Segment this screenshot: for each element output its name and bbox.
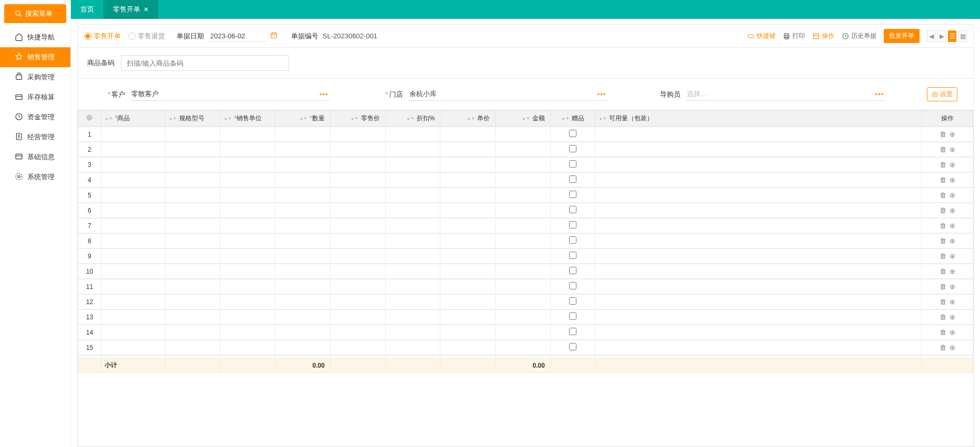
print-link[interactable]: 打印 bbox=[783, 32, 805, 40]
radio-retail-order[interactable]: 零售开单 bbox=[84, 32, 121, 41]
cell-gift[interactable] bbox=[550, 325, 595, 340]
cell-retail-price[interactable] bbox=[330, 295, 385, 309]
cell-gift[interactable] bbox=[550, 219, 595, 233]
cell-gift[interactable] bbox=[550, 249, 595, 264]
delete-row-icon[interactable]: 🗑 bbox=[940, 298, 946, 306]
cell-discount[interactable] bbox=[385, 264, 440, 279]
cell-discount[interactable] bbox=[385, 188, 440, 203]
cell-retail-price[interactable] bbox=[330, 219, 385, 233]
add-row-icon[interactable]: ⊕ bbox=[950, 191, 955, 199]
cell-amount[interactable] bbox=[496, 295, 551, 309]
cell-unit[interactable] bbox=[220, 249, 275, 264]
th-gear[interactable] bbox=[78, 111, 101, 127]
gift-checkbox[interactable] bbox=[569, 206, 576, 213]
cell-spec[interactable] bbox=[165, 142, 220, 157]
delete-row-icon[interactable]: 🗑 bbox=[940, 161, 946, 169]
sidebar-item-0[interactable]: 快捷导航 bbox=[0, 27, 70, 47]
cell-product[interactable] bbox=[101, 203, 165, 218]
cell-gift[interactable] bbox=[550, 310, 595, 325]
cell-qty[interactable] bbox=[275, 158, 331, 172]
table-row[interactable]: 12🗑⊕ bbox=[78, 294, 973, 309]
cell-discount[interactable] bbox=[385, 142, 440, 157]
cell-spec[interactable] bbox=[165, 188, 220, 203]
cell-unit[interactable] bbox=[220, 188, 275, 203]
cell-unit[interactable] bbox=[220, 279, 275, 294]
cell-qty[interactable] bbox=[275, 219, 331, 233]
cell-discount[interactable] bbox=[385, 203, 440, 218]
add-row-icon[interactable]: ⊕ bbox=[950, 313, 955, 321]
cell-unit-price[interactable] bbox=[440, 142, 496, 157]
cell-gift[interactable] bbox=[550, 264, 595, 279]
cell-unit[interactable] bbox=[220, 264, 275, 279]
cell-retail-price[interactable] bbox=[330, 173, 385, 188]
settings-button[interactable]: 设置 bbox=[927, 87, 957, 101]
cell-spec[interactable] bbox=[165, 295, 220, 309]
table-row[interactable]: 2🗑⊕ bbox=[78, 142, 973, 157]
customer-more-icon[interactable]: ••• bbox=[319, 90, 328, 98]
th-available[interactable]: ▲▼可用量（包装） bbox=[595, 111, 922, 127]
cell-amount[interactable] bbox=[496, 219, 551, 233]
gift-checkbox[interactable] bbox=[569, 221, 576, 228]
cell-unit[interactable] bbox=[220, 142, 275, 157]
guide-more-icon[interactable]: ••• bbox=[875, 90, 884, 98]
cell-amount[interactable] bbox=[496, 173, 551, 188]
delete-row-icon[interactable]: 🗑 bbox=[940, 191, 946, 199]
table-row[interactable]: 5🗑⊕ bbox=[78, 188, 973, 203]
search-menu-button[interactable]: 搜索菜单 bbox=[4, 4, 66, 23]
cell-retail-price[interactable] bbox=[330, 142, 385, 157]
cell-gift[interactable] bbox=[550, 340, 595, 355]
add-row-icon[interactable]: ⊕ bbox=[950, 328, 955, 336]
cell-qty[interactable] bbox=[275, 173, 331, 188]
cell-amount[interactable] bbox=[496, 279, 551, 294]
gift-checkbox[interactable] bbox=[569, 191, 576, 198]
delete-row-icon[interactable]: 🗑 bbox=[940, 237, 946, 245]
table-row[interactable]: 7🗑⊕ bbox=[78, 218, 973, 233]
cell-unit-price[interactable] bbox=[440, 279, 496, 294]
cell-spec[interactable] bbox=[165, 158, 220, 172]
guide-select[interactable]: 选择... ••• bbox=[686, 88, 885, 101]
add-row-icon[interactable]: ⊕ bbox=[950, 130, 955, 138]
cell-discount[interactable] bbox=[385, 279, 440, 294]
gift-checkbox[interactable] bbox=[569, 175, 576, 183]
shortcut-link[interactable]: 快捷键 bbox=[747, 32, 776, 40]
cell-retail-price[interactable] bbox=[330, 249, 385, 264]
gift-checkbox[interactable] bbox=[569, 267, 576, 274]
cell-unit-price[interactable] bbox=[440, 234, 496, 248]
cell-amount[interactable] bbox=[496, 203, 551, 218]
add-row-icon[interactable]: ⊕ bbox=[950, 283, 955, 290]
cell-unit[interactable] bbox=[220, 173, 275, 188]
cell-unit[interactable] bbox=[220, 127, 275, 142]
delete-row-icon[interactable]: 🗑 bbox=[940, 222, 946, 230]
cell-qty[interactable] bbox=[275, 234, 331, 248]
cell-unit-price[interactable] bbox=[440, 158, 496, 172]
cell-retail-price[interactable] bbox=[330, 203, 385, 218]
table-row[interactable]: 11🗑⊕ bbox=[78, 279, 973, 294]
cell-qty[interactable] bbox=[275, 203, 331, 218]
th-qty[interactable]: ▲▼*数量 bbox=[275, 111, 331, 127]
cell-gift[interactable] bbox=[550, 295, 595, 309]
tab-1[interactable]: 零售开单✕ bbox=[104, 0, 158, 19]
cell-unit[interactable] bbox=[220, 203, 275, 218]
cell-unit-price[interactable] bbox=[440, 127, 496, 142]
th-discount[interactable]: ▲▼折扣% bbox=[385, 111, 440, 127]
cell-gift[interactable] bbox=[550, 203, 595, 218]
cell-spec[interactable] bbox=[165, 310, 220, 325]
cell-discount[interactable] bbox=[385, 310, 440, 325]
cell-gift[interactable] bbox=[550, 142, 595, 157]
gift-checkbox[interactable] bbox=[569, 236, 576, 244]
delete-row-icon[interactable]: 🗑 bbox=[940, 328, 946, 336]
tab-0[interactable]: 首页 bbox=[71, 0, 104, 19]
cell-unit-price[interactable] bbox=[440, 219, 496, 233]
sidebar-item-6[interactable]: 基础信息 bbox=[0, 147, 70, 167]
table-row[interactable]: 9🗑⊕ bbox=[78, 248, 973, 264]
cell-discount[interactable] bbox=[385, 340, 440, 355]
add-row-icon[interactable]: ⊕ bbox=[950, 252, 955, 260]
gift-checkbox[interactable] bbox=[569, 145, 576, 152]
sidebar-item-5[interactable]: 经营管理 bbox=[0, 127, 70, 147]
gift-checkbox[interactable] bbox=[569, 252, 576, 259]
add-row-icon[interactable]: ⊕ bbox=[950, 298, 955, 306]
cell-discount[interactable] bbox=[385, 219, 440, 233]
cell-qty[interactable] bbox=[275, 188, 331, 203]
delete-row-icon[interactable]: 🗑 bbox=[940, 176, 946, 184]
table-row[interactable]: 13🗑⊕ bbox=[78, 309, 973, 325]
